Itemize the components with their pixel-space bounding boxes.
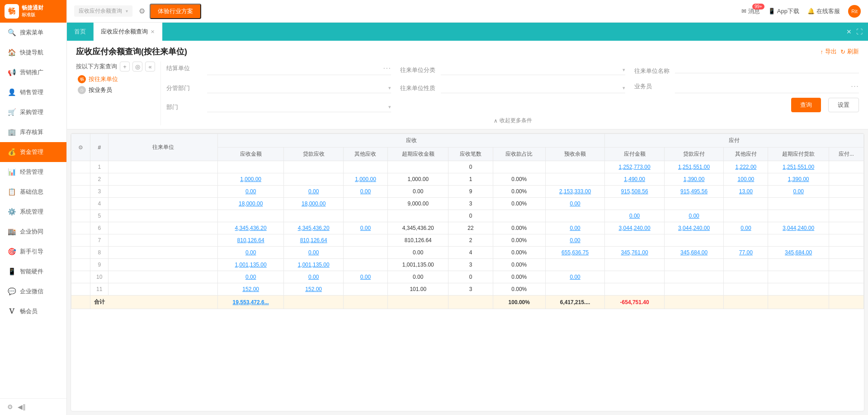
prepay-balance-cell[interactable]: 0.00 xyxy=(545,222,604,234)
ar-amount-cell[interactable]: 810,126.64 xyxy=(217,234,284,247)
other-ar-cell[interactable]: 0.00 xyxy=(343,186,387,198)
loan-ar-cell[interactable]: 18,000.00 xyxy=(284,198,343,210)
sidebar-item-new-guide[interactable]: 🎯 新手引导 xyxy=(0,242,66,262)
scheme-by-unit[interactable]: 畅 按往来单位 xyxy=(78,75,155,83)
scheme-add-btn[interactable]: + xyxy=(120,62,130,72)
settlement-unit-input[interactable]: ··· xyxy=(207,62,391,75)
promo-button[interactable]: 体验行业方案 xyxy=(150,4,201,19)
tab-close-icon[interactable]: ✕ xyxy=(151,29,155,35)
avatar[interactable]: Rit xyxy=(848,5,861,18)
sidebar-item-base-info[interactable]: 📋 基础信息 xyxy=(0,182,66,202)
table-settings-icon[interactable]: ⚙ xyxy=(78,144,83,151)
app-download-btn[interactable]: 📱 App下载 xyxy=(768,7,799,15)
ap-amount-cell[interactable]: 3,044,240.00 xyxy=(605,222,664,234)
tab-home[interactable]: 首页 xyxy=(67,23,94,41)
sidebar-item-sys-admin[interactable]: ⚙️ 系统管理 xyxy=(0,202,66,222)
ap-amount-cell[interactable]: 1,252,773.00 xyxy=(605,161,664,173)
ar-amount-cell[interactable]: 0.00 xyxy=(217,186,284,198)
row-no-cell: 7 xyxy=(90,234,108,247)
overdue-ap-cell[interactable]: 345,684.00 xyxy=(768,247,829,259)
other-ap-cell[interactable]: 1,222.00 xyxy=(724,161,768,173)
loan-ap-cell[interactable]: 345,684.00 xyxy=(664,247,723,259)
overdue-ap-cell[interactable]: 1,251,551.00 xyxy=(768,161,829,173)
ar-amount-cell[interactable]: 4,345,436.20 xyxy=(217,222,284,234)
loan-ar-cell[interactable]: 0.00 xyxy=(284,271,343,283)
ap-amount-cell[interactable]: 0.00 xyxy=(605,210,664,222)
salesman-input[interactable]: ··· xyxy=(675,80,859,93)
ar-amount-cell[interactable]: 1,001,135.00 xyxy=(217,259,284,271)
message-btn[interactable]: ✉ 消息 99+ xyxy=(741,7,760,15)
table-row: 21,000.001,000.001,000.0010.00%1,490.001… xyxy=(71,173,864,186)
loan-ap-cell[interactable]: 1,251,551.00 xyxy=(664,161,723,173)
overdue-ap-cell[interactable]: 1,390.00 xyxy=(768,173,829,186)
ar-amount-cell[interactable]: 0.00 xyxy=(217,247,284,259)
loan-ar-cell[interactable]: 4,345,436.20 xyxy=(284,222,343,234)
th-settings[interactable]: ⚙ xyxy=(71,134,90,161)
other-ar-cell[interactable]: 0.00 xyxy=(343,271,387,283)
scheme-target-btn[interactable]: ◎ xyxy=(132,62,142,72)
other-ar-cell[interactable]: 1,000.00 xyxy=(343,173,387,186)
ap-amount-cell[interactable]: 1,490.00 xyxy=(605,173,664,186)
ar-amount-cell[interactable]: 18,000.00 xyxy=(217,198,284,210)
online-service-btn[interactable]: 🔔 在线客服 xyxy=(807,7,840,15)
ap-amount-cell[interactable]: 915,508.56 xyxy=(605,186,664,198)
other-ar-cell xyxy=(343,247,387,259)
tab-fullscreen-icon[interactable]: ⛶ xyxy=(856,28,863,35)
loan-ar-cell[interactable]: 0.00 xyxy=(284,247,343,259)
other-ap-cell[interactable]: 77.00 xyxy=(724,247,768,259)
sidebar-item-member[interactable]: Ⅴ 畅会员 xyxy=(0,301,66,321)
scheme-collapse-btn[interactable]: « xyxy=(145,62,155,72)
sidebar-item-purchase[interactable]: 🛒 采购管理 xyxy=(0,102,66,122)
loan-ap-cell[interactable]: 1,390.00 xyxy=(664,173,723,186)
ap-amount-cell[interactable]: 345,761.00 xyxy=(605,247,664,259)
prepay-balance-cell[interactable]: 2,153,333.00 xyxy=(545,186,604,198)
loan-ap-cell[interactable]: 915,495.56 xyxy=(664,186,723,198)
settings-button[interactable]: 设置 xyxy=(828,98,859,112)
sidebar-item-search-menu[interactable]: 🔍 搜索菜单 xyxy=(0,23,66,43)
prepay-balance-cell[interactable]: 0.00 xyxy=(545,234,604,247)
sidebar-collapse-btn[interactable]: ◀‖ xyxy=(18,403,26,410)
dept-input[interactable]: ▾ xyxy=(207,102,391,112)
ar-amount-cell[interactable]: 0.00 xyxy=(217,271,284,283)
loan-ar-cell[interactable]: 0.00 xyxy=(284,186,343,198)
sidebar-item-operations[interactable]: 📊 经营管理 xyxy=(0,162,66,182)
topbar-gear-icon[interactable]: ⚙ xyxy=(139,7,145,15)
prepay-balance-cell[interactable]: 0.00 xyxy=(545,271,604,283)
tab-close-all-icon[interactable]: ✕ xyxy=(846,28,852,35)
tab-ar-ap[interactable]: 应收应付余额查询 ✕ xyxy=(94,23,162,41)
partner-name-input[interactable] xyxy=(675,69,859,73)
sidebar-item-smart-hw[interactable]: 📱 智能硬件 xyxy=(0,262,66,281)
loan-ar-cell[interactable]: 1,001,135.00 xyxy=(284,259,343,271)
refresh-button[interactable]: ↻ 刷新 xyxy=(840,48,859,56)
other-ar-cell[interactable]: 0.00 xyxy=(343,222,387,234)
sidebar-item-sales[interactable]: 👤 销售管理 xyxy=(0,82,66,102)
sidebar-item-inventory[interactable]: 🏢 库存核算 xyxy=(0,122,66,142)
sidebar-item-finance[interactable]: 💰 资金管理 xyxy=(0,142,66,162)
prepay-balance-cell[interactable]: 655,636.75 xyxy=(545,247,604,259)
sidebar-item-quick-nav[interactable]: 🏠 快捷导航 xyxy=(0,43,66,62)
loan-ap-cell[interactable]: 0.00 xyxy=(664,210,723,222)
sidebar-item-enterprise[interactable]: 🏬 企业协同 xyxy=(0,222,66,242)
loan-ap-cell[interactable]: 3,044,240.00 xyxy=(664,222,723,234)
query-button[interactable]: 查询 xyxy=(791,98,821,112)
overdue-ap-cell[interactable]: 3,044,240.00 xyxy=(768,222,829,234)
other-ap-cell[interactable]: 13.00 xyxy=(724,186,768,198)
loan-ar-cell[interactable]: 152.00 xyxy=(284,283,343,296)
ar-amount-cell[interactable]: 152.00 xyxy=(217,283,284,296)
sidebar-item-enterprise-wechat[interactable]: 💬 企业微信 xyxy=(0,281,66,301)
sidebar-settings-btn[interactable]: ⚙ xyxy=(7,403,13,410)
topbar-chevron-icon[interactable]: ▾ xyxy=(126,9,128,14)
collapse-button[interactable]: ∧ 收起更多条件 xyxy=(494,117,532,124)
partner-category-input[interactable]: ▾ xyxy=(441,65,625,75)
other-ap-cell[interactable]: 100.00 xyxy=(724,173,768,186)
loan-ar-cell[interactable]: 810,126.64 xyxy=(284,234,343,247)
dept-manager-input[interactable]: ▾ xyxy=(207,83,391,93)
partner-nature-input[interactable]: ▾ xyxy=(441,83,625,93)
ar-amount-cell[interactable]: 1,000.00 xyxy=(217,173,284,186)
other-ap-cell[interactable]: 0.00 xyxy=(724,222,768,234)
scheme-by-salesman[interactable]: ◷ 按业务员 xyxy=(78,86,155,94)
export-button[interactable]: ↑ 导出 xyxy=(821,48,837,56)
sidebar-item-marketing[interactable]: 📢 营销推广 xyxy=(0,62,66,82)
overdue-ap-cell[interactable]: 0.00 xyxy=(768,186,829,198)
prepay-balance-cell[interactable]: 0.00 xyxy=(545,198,604,210)
